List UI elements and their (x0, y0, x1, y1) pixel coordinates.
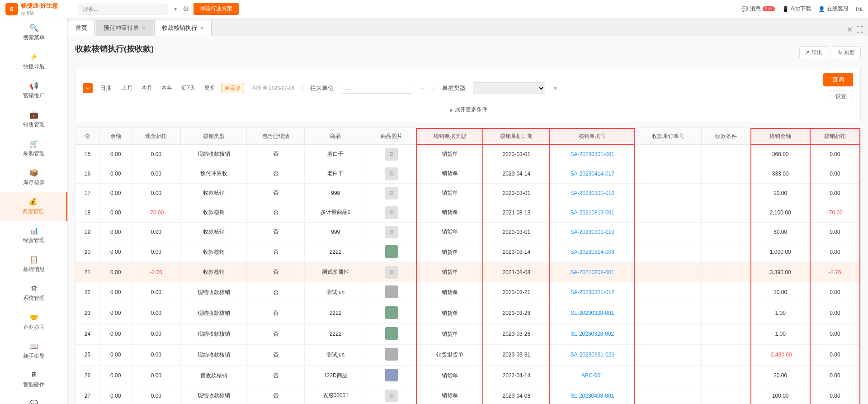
col-settings-icon[interactable]: ⚙ (85, 133, 90, 140)
date-btn-this-year[interactable]: 本年 (159, 83, 175, 93)
bill-type-select[interactable] (473, 82, 545, 94)
dropdown-icon[interactable]: ▼ (173, 6, 178, 12)
row-cancel-discount: -70.00 (810, 203, 860, 222)
experience-btn[interactable]: 体验行业方案 (193, 3, 239, 15)
cancel-table: ⚙ 余额 现金折扣 核销类型 包含已结清 商品 商品图片 核销单据类型 核销单据… (75, 128, 860, 404)
table-row: 18 0.00 -70.00 收款核销 否 多计量商品2 🖼 销货单 2021-… (75, 203, 860, 222)
row-include-settled: 否 (247, 222, 304, 242)
cancel-bill-no-link[interactable]: SA-20230414-017 (571, 171, 614, 177)
row-cancel-bill-type: 销货单 (416, 262, 483, 282)
cancel-bill-no-link[interactable]: SA-20230301-010 (571, 190, 614, 196)
cancel-bill-no-link[interactable]: SA-20230331-026 (571, 352, 614, 358)
tab-cancel-receipt[interactable]: 收款核销执行 ✕ (154, 20, 212, 36)
sidebar-item-system[interactable]: ⚙ 系统管理 (0, 279, 67, 308)
date-btn-this-month[interactable]: 本月 (139, 83, 155, 93)
service-icon: 👤 (818, 6, 825, 12)
row-cancel-bill-type: 销货单 (416, 183, 483, 203)
top-bar: 6 畅捷通·好生意 标准版 ▼ ⚙ 体验行业方案 💬 消息 99+ 📱 App下… (0, 0, 868, 18)
cancel-bill-no-link[interactable]: SA-20210808-001 (571, 269, 614, 276)
row-cancel-type: 收款核销 (181, 183, 247, 203)
row-cancel-discount: 0.00 (810, 282, 860, 303)
row-include-settled: 否 (247, 262, 304, 282)
date-btn-last-month[interactable]: 上月 (119, 83, 135, 93)
row-cash-discount: 0.00 (132, 144, 181, 164)
sidebar-item-inventory[interactable]: 📦 库存核算 (0, 163, 67, 192)
cancel-bill-no-link[interactable]: SA-20230314-008 (571, 249, 614, 255)
row-cancel-type: 收款核销 (181, 203, 247, 222)
tab-close-prepaid[interactable]: ✕ (142, 25, 146, 31)
tab-home[interactable]: 首页 (68, 20, 95, 36)
sidebar: 🔍 搜索菜单 ⚡ 快捷导航 📢 营销推广 💼 销售管理 🛒 采购管理 📦 库存核… (0, 18, 68, 404)
refresh-btn[interactable]: ↻ 刷新 (832, 46, 861, 59)
app-download-btn[interactable]: 📱 App下载 (782, 5, 811, 13)
sidebar-item-purchase[interactable]: 🛒 采购管理 (0, 134, 67, 163)
sidebar-item-guide[interactable]: 📖 新手引导 (0, 337, 67, 366)
date-custom-btn[interactable]: 自定义 (222, 83, 244, 93)
cancel-bill-no-link[interactable]: SL-20230328-002 (571, 331, 614, 337)
user-menu[interactable]: Rit (856, 6, 863, 12)
partner-input[interactable] (341, 83, 413, 94)
date-options: 上月 本月 本年 近7天 更多 自定义 (119, 83, 244, 93)
tab-bar-actions: ✕ ⛶ (847, 25, 868, 36)
system-icon: ⚙ (31, 284, 37, 293)
row-cancel-discount: 0.00 (810, 323, 860, 344)
sidebar-item-operation[interactable]: 📊 经营管理 (0, 221, 67, 250)
settings-btn[interactable]: 设置 (829, 90, 853, 103)
sidebar-item-finance[interactable]: 💰 资金管理 (0, 192, 67, 221)
filter-toggle-btn[interactable]: » (83, 83, 93, 93)
operation-icon: 📊 (29, 226, 38, 235)
cancel-bill-no-link[interactable]: SL-20230328-001 (571, 310, 614, 316)
row-receipt-order-no (635, 303, 701, 323)
cancel-bill-no-link[interactable]: SA-20230301-010 (571, 229, 614, 235)
col-receipt-order-no-header: 收款单订单号 (635, 128, 701, 144)
wechat-icon: 💬 (29, 399, 38, 404)
cancel-bill-no-link[interactable]: SA-20210813-001 (571, 209, 614, 216)
filter-bar: » 日期 上月 本月 本年 近7天 更多 自定义 不限 至 2023-07-26… (75, 67, 861, 122)
row-cancel-discount: 0.00 (810, 183, 860, 203)
sidebar-item-search[interactable]: 🔍 搜索菜单 (0, 18, 67, 47)
expand-conditions-btn[interactable]: ∨ 展开更多条件 (83, 103, 853, 116)
sidebar-item-hardware[interactable]: 🖥 智能硬件 (0, 366, 67, 394)
settings-icon[interactable]: ⚙ (183, 5, 189, 13)
cancel-bill-no-link[interactable]: SA-20230301-001 (571, 151, 614, 157)
row-id: 25 (75, 344, 99, 365)
row-cancel-amount: 20.00 (751, 365, 810, 386)
close-all-icon[interactable]: ✕ (847, 25, 853, 34)
row-cancel-bill-date: 2021-08-08 (483, 262, 550, 282)
cancel-bill-no-link[interactable]: SA-20230321-012 (571, 289, 614, 295)
sidebar-item-wechat[interactable]: 💬 企业微信 (0, 394, 67, 404)
row-receipt-condition (701, 242, 750, 262)
goods-image: 🖼 (385, 167, 398, 180)
date-btn-more[interactable]: 更多 (202, 83, 218, 93)
row-balance: 0.00 (99, 365, 132, 386)
sidebar-item-shortcut[interactable]: ⚡ 快捷导航 (0, 47, 67, 76)
online-service-btn[interactable]: 👤 在线客服 (818, 5, 849, 13)
sidebar-item-basic[interactable]: 📋 基础信息 (0, 250, 67, 279)
export-btn[interactable]: ↗ 导出 (799, 46, 828, 59)
maximize-icon[interactable]: ⛶ (856, 26, 863, 34)
export-icon: ↗ (805, 49, 810, 56)
row-receipt-condition (701, 365, 750, 386)
logo-icon: 6 (5, 3, 18, 15)
row-balance: 0.00 (99, 164, 132, 183)
partner-more-icon[interactable]: ··· (420, 85, 426, 92)
cancel-bill-no-link[interactable]: ABC-001 (581, 372, 604, 379)
sidebar-item-collab[interactable]: 🤝 企业协同 (0, 308, 67, 337)
row-balance: 0.00 (99, 262, 132, 282)
message-btn[interactable]: 💬 消息 99+ (741, 5, 775, 13)
col-goods-header: 商品 (304, 128, 367, 144)
row-cancel-bill-type: 销货单 (416, 203, 483, 222)
row-cancel-discount: 0.00 (810, 365, 860, 386)
cancel-bill-no-link[interactable]: SL-20230408-001 (571, 393, 614, 399)
row-receipt-order-no (635, 203, 701, 222)
row-cancel-type: 现结收款核销 (181, 344, 247, 365)
tab-prepaid[interactable]: 预付冲应付单 ✕ (96, 20, 153, 36)
query-btn[interactable]: 查询 (823, 73, 853, 86)
sidebar-item-sales[interactable]: 💼 销售管理 (0, 105, 67, 134)
date-btn-7days[interactable]: 近7天 (179, 83, 198, 93)
goods-image (385, 245, 398, 258)
row-receipt-order-no (635, 365, 701, 386)
tab-close-cancel[interactable]: ✕ (200, 25, 204, 31)
search-input[interactable] (78, 4, 168, 14)
sidebar-item-marketing[interactable]: 📢 营销推广 (0, 76, 67, 105)
